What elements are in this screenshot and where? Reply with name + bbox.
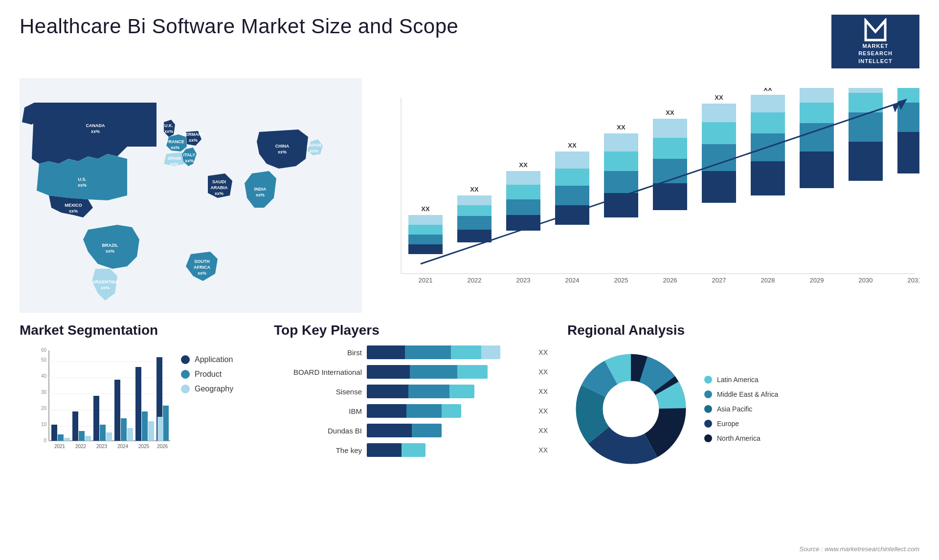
svg-rect-51	[702, 171, 736, 203]
svg-text:XX: XX	[519, 161, 528, 169]
svg-text:2023: 2023	[96, 444, 108, 449]
dot-latin-america	[704, 376, 712, 384]
svg-text:xx%: xx%	[171, 145, 179, 150]
svg-rect-28	[457, 205, 492, 216]
svg-rect-22	[408, 235, 443, 244]
italy-label: ITALY	[183, 152, 196, 157]
svg-rect-108	[79, 431, 85, 441]
svg-text:xx%: xx%	[106, 249, 114, 254]
legend-asia-pacific: Asia Pacific	[704, 405, 778, 413]
svg-text:xx%: xx%	[185, 158, 194, 163]
svg-text:2026: 2026	[157, 444, 168, 449]
svg-text:XX: XX	[666, 109, 674, 116]
svg-text:xx%: xx%	[256, 193, 265, 197]
svg-rect-21	[408, 244, 443, 254]
bottom-content: Market Segmentation 0 10 20 30 40 50 60	[0, 313, 939, 477]
svg-rect-104	[51, 425, 57, 441]
player-xx-birst: XX	[538, 348, 548, 356]
label-europe: Europe	[717, 420, 739, 428]
svg-rect-114	[121, 418, 127, 441]
svg-rect-73	[897, 88, 919, 103]
player-xx-sisense: XX	[538, 388, 548, 395]
segmentation-legend: Application Product Geography	[181, 355, 233, 393]
argentina-label: ARGENTINA	[92, 280, 118, 284]
svg-text:xx%: xx%	[170, 162, 179, 167]
legend-dot-product	[181, 370, 190, 379]
regional-title: Regional Analysis	[567, 323, 919, 338]
svg-rect-62	[800, 123, 834, 151]
world-map-section: CANADA xx% U.S. xx% MEXICO xx% BRAZIL xx…	[20, 78, 362, 313]
svg-rect-107	[72, 411, 78, 441]
china-label: CHINA	[275, 144, 290, 149]
svg-rect-117	[142, 411, 148, 441]
svg-rect-59	[751, 95, 785, 112]
svg-text:XX: XX	[763, 88, 772, 92]
svg-text:2031: 2031	[908, 277, 919, 284]
svg-rect-29	[457, 195, 492, 205]
legend-europe: Europe	[704, 420, 778, 428]
regional-section: Regional Analysis	[567, 323, 919, 473]
svg-text:ARABIA: ARABIA	[211, 185, 228, 190]
legend-label-geography: Geography	[195, 385, 233, 393]
svg-rect-63	[800, 103, 834, 123]
svg-rect-48	[653, 138, 687, 159]
svg-text:xx%: xx%	[198, 271, 206, 276]
svg-rect-31	[506, 215, 540, 231]
svg-rect-106	[64, 438, 70, 441]
dot-north-america	[704, 434, 712, 442]
player-bar-sisense	[367, 385, 530, 398]
legend-label-product: Product	[195, 370, 222, 379]
svg-rect-39	[555, 151, 589, 169]
svg-rect-109	[85, 436, 91, 441]
svg-text:2030: 2030	[859, 277, 873, 284]
svg-text:AFRICA: AFRICA	[194, 265, 210, 270]
player-name-birst: Birst	[274, 348, 362, 357]
svg-rect-111	[100, 425, 106, 441]
page-title: Healthcare Bi Software Market Size and S…	[20, 15, 458, 38]
growth-chart-svg: XX XX XX XX XX	[372, 88, 919, 313]
svg-rect-121	[157, 417, 163, 441]
player-bar-ibm	[367, 404, 530, 418]
player-row-dundas: Dundas BI XX	[274, 424, 548, 437]
svg-rect-26	[457, 230, 492, 242]
source-text: Source : www.marketresearchintellect.com	[799, 545, 919, 553]
dot-europe	[704, 420, 712, 428]
svg-text:XX: XX	[715, 94, 723, 101]
player-row-sisense: Sisense XX	[274, 385, 548, 398]
svg-text:2025: 2025	[138, 444, 150, 449]
seg-chart-svg: 0 10 20 30 40 50 60	[34, 345, 171, 458]
legend-product: Product	[181, 370, 233, 379]
logo-text: MARKET RESEARCH INTELLECT	[858, 43, 893, 65]
svg-text:2024: 2024	[565, 277, 580, 284]
svg-rect-110	[93, 396, 99, 441]
svg-text:40: 40	[41, 373, 47, 379]
svg-rect-32	[506, 199, 540, 215]
svg-text:10: 10	[41, 422, 47, 427]
germany-label: GERMANY	[182, 132, 204, 137]
svg-text:xx%: xx%	[78, 183, 87, 188]
svg-text:XX: XX	[470, 186, 479, 193]
donut-area: Latin America Middle East & Africa Asia …	[567, 345, 919, 473]
svg-rect-113	[114, 380, 120, 441]
svg-rect-116	[135, 367, 141, 441]
svg-rect-71	[897, 132, 919, 173]
svg-rect-120	[163, 406, 169, 441]
france-label: FRANCE	[166, 139, 184, 144]
player-bar-dundas	[367, 424, 530, 437]
svg-rect-112	[106, 432, 112, 441]
svg-rect-38	[555, 169, 589, 186]
uk-label: U.K.	[164, 123, 173, 128]
svg-rect-34	[506, 171, 540, 185]
svg-rect-42	[604, 171, 638, 193]
donut-chart-svg	[567, 345, 694, 473]
player-xx-dundas: XX	[538, 427, 548, 434]
japan-label: JAPAN	[307, 143, 321, 148]
svg-rect-49	[653, 119, 687, 138]
svg-rect-66	[849, 142, 883, 181]
svg-rect-61	[800, 151, 834, 188]
svg-text:30: 30	[41, 389, 47, 395]
svg-rect-44	[604, 133, 638, 151]
player-bar-birst	[367, 345, 530, 359]
player-bar-board	[367, 365, 530, 379]
svg-text:XX: XX	[568, 142, 577, 149]
